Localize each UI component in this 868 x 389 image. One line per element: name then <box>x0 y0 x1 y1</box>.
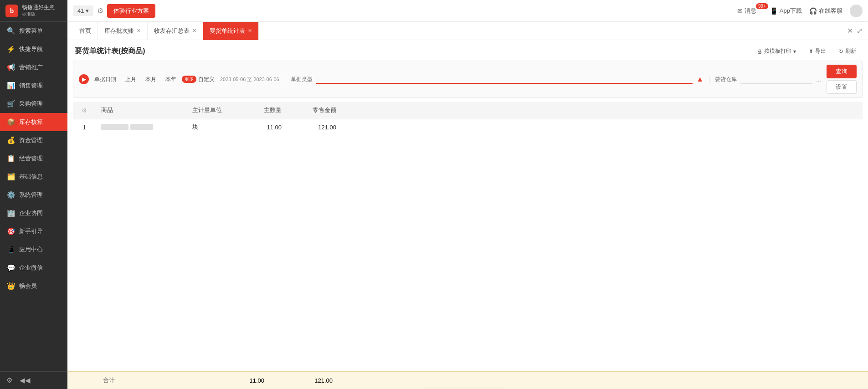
tab-receivable-close[interactable]: ✕ <box>192 28 196 34</box>
sidebar-item-guide[interactable]: 🎯 新手引导 <box>0 222 67 241</box>
footer-total-label: 合计 <box>96 376 115 384</box>
filter-expand-btn[interactable]: ▶ <box>79 74 89 84</box>
sidebar-item-system[interactable]: ⚙️ 系统管理 <box>0 186 67 204</box>
date-last-month-btn[interactable]: 上月 <box>122 75 140 84</box>
sidebar-item-finance[interactable]: 💰 资金管理 <box>0 131 67 149</box>
tab-inventory-batch-close[interactable]: ✕ <box>137 28 141 34</box>
tab-receivable[interactable]: 收发存汇总表 ✕ <box>148 22 203 40</box>
sidebar-item-member[interactable]: 👑 畅会员 <box>0 277 67 295</box>
tab-inventory-batch[interactable]: 库存批次账 ✕ <box>98 22 148 40</box>
query-btn[interactable]: 查询 <box>827 65 857 78</box>
sidebar-item-app-center[interactable]: 📱 应用中心 <box>0 241 67 259</box>
tab-requisition-close[interactable]: ✕ <box>248 28 252 34</box>
sidebar-icon-system: ⚙️ <box>6 190 15 200</box>
type-dropdown-icon[interactable]: ▲ <box>696 75 704 83</box>
sidebar: b 畅捷通好生意 标准版 🔍 搜索菜单 ⚡ 快捷导航 📢 营销推广 📊 销售管理… <box>0 0 67 389</box>
date-more-badge[interactable]: 更多 <box>182 76 196 83</box>
topbar-company-dropdown[interactable]: 41 ▾ <box>73 5 93 16</box>
sidebar-item-marketing[interactable]: 📢 营销推广 <box>0 58 67 77</box>
topbar: 41 ▾ ⚙ 体验行业方案 ✉ 消息 99+ 📱 App下载 🎧 在线客服 <box>67 0 868 22</box>
date-this-year-btn[interactable]: 本年 <box>162 75 180 84</box>
tabs-right: ✕ ⤢ <box>847 26 863 35</box>
content-area: 要货单统计表(按商品) 🖨 按模板打印 ▾ ⬆ 导出 ↻ 刷新 ▶ <box>67 40 868 389</box>
sidebar-label-purchase: 采购管理 <box>19 100 43 108</box>
sidebar-label-enterprise: 企业协同 <box>19 209 43 217</box>
filter-settings-btn[interactable]: 设置 <box>827 80 857 94</box>
message-icon: ✉ <box>737 7 743 15</box>
collapse-bottom-icon[interactable]: ◀◀ <box>20 376 31 384</box>
sidebar-icon-wechat: 💬 <box>6 263 15 272</box>
sidebar-item-sales[interactable]: 📊 销售管理 <box>0 77 67 95</box>
type-filter-label: 单据类型 <box>291 76 313 83</box>
table-col-goods: 商品 <box>96 102 187 119</box>
sidebar-logo: b 畅捷通好生意 标准版 <box>0 0 67 22</box>
sidebar-nav: 🔍 搜索菜单 ⚡ 快捷导航 📢 营销推广 📊 销售管理 🛒 采购管理 📦 库存核… <box>0 22 67 371</box>
warehouse-filter-input[interactable] <box>740 75 812 84</box>
print-dropdown-icon: ▾ <box>793 48 796 55</box>
tab-inventory-batch-label: 库存批次账 <box>104 27 134 35</box>
sidebar-label-operation: 经营管理 <box>19 154 43 163</box>
sidebar-icon-operation: 📋 <box>6 154 15 163</box>
topbar-left: 41 ▾ ⚙ 体验行业方案 <box>73 4 155 18</box>
date-range: 2023-05-06 至 2023-06-06 <box>220 76 279 83</box>
sidebar-icon-marketing: 📢 <box>6 63 15 72</box>
table-col-settings[interactable]: ⚙ <box>73 102 96 119</box>
filter-bar: ▶ 单据日期 上月 本月 本年 更多 自定义 2023-05-06 至 2023… <box>73 61 863 98</box>
tab-receivable-label: 收发存汇总表 <box>154 27 190 35</box>
export-btn[interactable]: ⬆ 导出 <box>804 46 831 57</box>
sidebar-label-finance: 资金管理 <box>19 136 43 144</box>
sidebar-item-inventory[interactable]: 📦 库存核算 <box>0 113 67 131</box>
date-this-month-btn[interactable]: 本月 <box>142 75 160 84</box>
page-title: 要货单统计表(按商品) <box>75 46 145 56</box>
tabs-bar: 首页 库存批次账 ✕ 收发存汇总表 ✕ 要货单统计表 ✕ ✕ ⤢ <box>67 22 868 40</box>
tab-home[interactable]: 首页 <box>73 22 98 40</box>
print-template-btn[interactable]: 🖨 按模板打印 ▾ <box>752 46 801 57</box>
sidebar-icon-app-center: 📱 <box>6 245 15 254</box>
page-actions: 🖨 按模板打印 ▾ ⬆ 导出 ↻ 刷新 <box>752 46 861 57</box>
filter-type-group: 单据类型 ▲ <box>291 75 704 84</box>
sidebar-item-enterprise[interactable]: 🏢 企业协同 <box>0 204 67 222</box>
tabs-close-all-icon[interactable]: ✕ <box>847 26 853 35</box>
table-col-unit: 主计量单位 <box>187 102 232 119</box>
type-filter-input[interactable] <box>316 75 693 84</box>
messages-badge: 99+ <box>756 3 768 9</box>
sidebar-item-wechat[interactable]: 💬 企业微信 <box>0 259 67 277</box>
messages-item[interactable]: ✉ 消息 99+ <box>737 7 763 15</box>
refresh-icon: ↻ <box>839 48 843 55</box>
sidebar-item-basic[interactable]: 🗂️ 基础信息 <box>0 168 67 186</box>
topbar-settings-icon[interactable]: ⚙ <box>97 6 103 15</box>
warehouse-more-icon[interactable]: ... <box>816 76 821 83</box>
sidebar-label-wechat: 企业微信 <box>19 264 43 272</box>
messages-label: 消息 <box>745 7 756 15</box>
settings-bottom-icon[interactable]: ⚙ <box>6 376 12 384</box>
tab-requisition[interactable]: 要货单统计表 ✕ <box>203 22 259 40</box>
sidebar-icon-purchase: 🛒 <box>6 99 15 108</box>
user-avatar[interactable] <box>850 5 863 17</box>
refresh-btn[interactable]: ↻ 刷新 <box>834 46 861 57</box>
table-container: ⚙ 商品 主计量单位 主数量 零售金额 1 块 11.00 <box>73 102 863 371</box>
trial-btn[interactable]: 体验行业方案 <box>107 4 155 18</box>
sidebar-icon-search: 🔍 <box>6 26 15 36</box>
app-download-item[interactable]: 📱 App下载 <box>770 7 802 15</box>
sidebar-item-quick-nav[interactable]: ⚡ 快捷导航 <box>0 40 67 58</box>
sidebar-item-operation[interactable]: 📋 经营管理 <box>0 149 67 168</box>
table-footer: 合计 11.00 121.00 <box>67 371 868 389</box>
sidebar-item-search[interactable]: 🔍 搜索菜单 <box>0 22 67 40</box>
online-service-item[interactable]: 🎧 在线客服 <box>809 7 842 15</box>
print-label: 按模板打印 <box>764 47 791 55</box>
table-col-extra <box>342 102 863 119</box>
tabs-expand-icon[interactable]: ⤢ <box>857 26 863 35</box>
sidebar-icon-member: 👑 <box>6 282 15 291</box>
sidebar-item-purchase[interactable]: 🛒 采购管理 <box>0 95 67 113</box>
company-value: 41 <box>77 7 84 14</box>
date-group: 上月 本月 本年 更多 自定义 <box>122 75 215 84</box>
filter-divider-1 <box>285 75 285 84</box>
footer-amount: 121.00 <box>278 377 333 384</box>
app-logo-icon: b <box>5 5 18 17</box>
sidebar-label-sales: 销售管理 <box>19 82 43 90</box>
filter-warehouse-group: 要货仓库 ... <box>715 75 821 84</box>
date-custom-btn[interactable]: 自定义 <box>198 76 215 83</box>
sidebar-icon-inventory: 📦 <box>6 118 15 127</box>
sidebar-icon-basic: 🗂️ <box>6 172 15 181</box>
cell-amount-0: 121.00 <box>287 119 342 135</box>
